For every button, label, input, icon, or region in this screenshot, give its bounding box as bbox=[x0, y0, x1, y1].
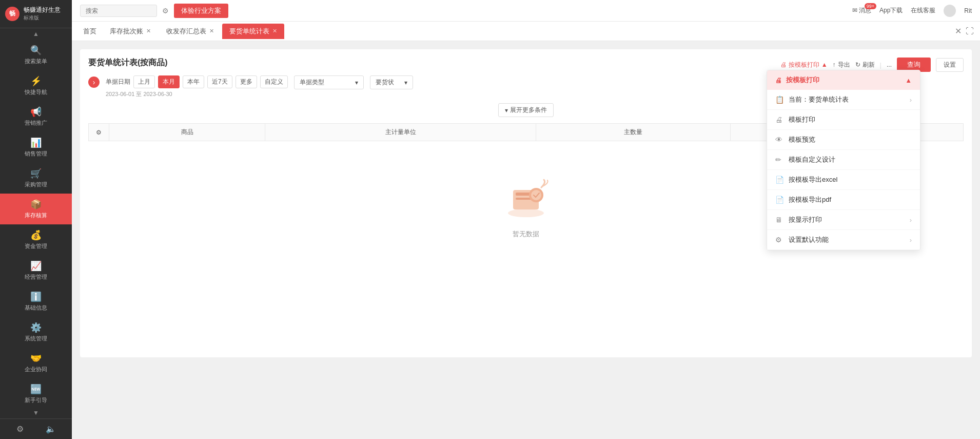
collab-icon: 🤝 bbox=[30, 353, 42, 364]
messages-button[interactable]: ✉ 消息 99+ bbox=[852, 6, 871, 15]
refresh-icon: ↻ bbox=[855, 61, 860, 68]
topbar-right: ✉ 消息 99+ App下载 在线客服 Rit bbox=[852, 5, 972, 17]
tab-batch-close[interactable]: ✕ bbox=[146, 28, 151, 34]
settings-bottom-icon[interactable]: ⚙ bbox=[16, 424, 24, 434]
speaker-icon[interactable]: 🔈 bbox=[46, 424, 56, 434]
print-chevron: ▲ bbox=[821, 61, 828, 68]
dropdown-title: 按模板打印 bbox=[786, 75, 819, 85]
dropdown-header: 🖨 按模板打印 ▲ bbox=[767, 70, 920, 90]
topbar-gear-icon[interactable]: ⚙ bbox=[162, 7, 169, 15]
trial-button[interactable]: 体验行业方案 bbox=[174, 4, 228, 18]
th-settings[interactable]: ⚙ bbox=[89, 124, 109, 141]
date-filter-row: 单据日期 上月 本月 本年 近7天 更多 自定义 bbox=[106, 75, 288, 88]
export-button[interactable]: ↑ 导出 bbox=[833, 61, 850, 69]
th-product: 商品 bbox=[109, 124, 265, 141]
dropdown-display-print-icon: 🖥 bbox=[775, 216, 783, 224]
dropdown-template-preview[interactable]: 👁 模板预览 bbox=[767, 130, 920, 150]
refresh-button[interactable]: ↻ 刷新 bbox=[855, 61, 875, 69]
sidebar-item-basic[interactable]: ℹ️ 基础信息 bbox=[0, 286, 72, 317]
more-label: ... bbox=[887, 61, 892, 68]
dropdown-template-design[interactable]: ✏ 模板自定义设计 bbox=[767, 150, 920, 170]
sidebar-item-shortcut[interactable]: ⚡ 快捷导航 bbox=[0, 70, 72, 101]
tabs-bar: 首页 库存批次账 ✕ 收发存汇总表 ✕ 要货单统计表 ✕ ✕ ⛶ bbox=[72, 22, 980, 41]
online-service-button[interactable]: 在线客服 bbox=[911, 6, 935, 15]
marketing-icon: 📢 bbox=[30, 106, 42, 118]
message-icon: ✉ bbox=[852, 7, 857, 14]
guide-icon: 🆕 bbox=[30, 384, 42, 395]
date-year-btn[interactable]: 本年 bbox=[183, 75, 204, 88]
empty-text: 暂无数据 bbox=[513, 230, 539, 239]
sidebar-item-search[interactable]: 🔍 搜索菜单 bbox=[0, 40, 72, 70]
sidebar: 畅 畅赚通好生意 标准版 ▲ 🔍 搜索菜单 ⚡ 快捷导航 📢 营销推广 📊 销售… bbox=[0, 0, 72, 439]
tab-order-stat-close[interactable]: ✕ bbox=[272, 28, 277, 34]
date-range-display: 2023-06-01 至 2023-06-30 bbox=[106, 90, 288, 98]
sidebar-item-purchase[interactable]: 🛒 采购管理 bbox=[0, 163, 72, 194]
settings-button[interactable]: 设置 bbox=[936, 58, 964, 72]
dropdown-display-print[interactable]: 🖥 按显示打印 › bbox=[767, 210, 920, 230]
export-icon: ↑ bbox=[833, 61, 836, 68]
date-cur-btn[interactable]: 本月 bbox=[158, 75, 180, 88]
purchase-icon: 🛒 bbox=[30, 168, 42, 179]
search-input[interactable] bbox=[80, 5, 157, 17]
sidebar-label-finance: 资金管理 bbox=[25, 242, 47, 250]
date-prev-btn[interactable]: 上月 bbox=[133, 75, 155, 88]
print-template-button[interactable]: 🖨 按模板打印 ▲ bbox=[780, 61, 828, 69]
sidebar-scroll-up[interactable]: ▲ bbox=[0, 28, 72, 40]
dropdown-chevron-up[interactable]: ▲ bbox=[905, 77, 912, 84]
tab-home[interactable]: 首页 bbox=[78, 24, 102, 39]
user-name: Rit bbox=[964, 7, 972, 14]
sidebar-item-operation[interactable]: 📈 经营管理 bbox=[0, 255, 72, 286]
filter-expand-button[interactable]: › bbox=[88, 77, 100, 88]
sidebar-item-marketing[interactable]: 📢 营销推广 bbox=[0, 101, 72, 132]
app-download-button[interactable]: App下载 bbox=[879, 6, 903, 15]
tab-collection-close[interactable]: ✕ bbox=[209, 28, 214, 34]
more-button[interactable]: ... bbox=[887, 61, 892, 68]
sidebar-label-shortcut: 快捷导航 bbox=[25, 88, 47, 96]
date-week7-btn[interactable]: 近7天 bbox=[207, 75, 232, 88]
export-label: 导出 bbox=[838, 61, 850, 69]
sidebar-item-system[interactable]: ⚙️ 系统管理 bbox=[0, 317, 72, 348]
expand-more-button[interactable]: ▾ 展开更多条件 bbox=[498, 103, 554, 117]
dropdown-template-design-icon: ✏ bbox=[775, 156, 783, 164]
dropdown-doc-icon: 📋 bbox=[775, 96, 783, 104]
sidebar-item-finance[interactable]: 💰 资金管理 bbox=[0, 224, 72, 255]
svg-point-5 bbox=[531, 190, 541, 200]
type-select[interactable]: 单据类型 ▾ bbox=[294, 75, 364, 89]
tab-close-all-icon[interactable]: ✕ bbox=[955, 26, 962, 36]
th-qty: 主数量 bbox=[536, 124, 731, 141]
dropdown-current-template[interactable]: 📋 当前：要货单统计表 › bbox=[767, 90, 920, 110]
tab-order-stat[interactable]: 要货单统计表 ✕ bbox=[222, 24, 284, 39]
sidebar-item-collab[interactable]: 🤝 企业协同 bbox=[0, 348, 72, 378]
status-select[interactable]: 要货状 ▾ bbox=[370, 75, 413, 89]
date-custom-btn[interactable]: 自定义 bbox=[260, 75, 288, 88]
date-more-btn[interactable]: 更多 bbox=[236, 75, 257, 88]
dropdown-template-pdf-icon: 📄 bbox=[775, 196, 783, 204]
sidebar-scroll-down[interactable]: ▼ bbox=[0, 407, 72, 418]
system-icon: ⚙️ bbox=[30, 322, 42, 333]
dropdown-template-print[interactable]: 🖨 模板打印 bbox=[767, 110, 920, 130]
logo-tag: 标准版 bbox=[24, 14, 61, 22]
sidebar-item-guide[interactable]: 🆕 新手引导 bbox=[0, 378, 72, 407]
logo-icon: 畅 bbox=[5, 7, 19, 21]
tab-collection-label: 收发存汇总表 bbox=[166, 27, 206, 36]
scroll-up-icon[interactable]: ▲ bbox=[33, 30, 39, 37]
tab-maximize-icon[interactable]: ⛶ bbox=[966, 27, 974, 36]
dropdown-current-label: 当前：要货单统计表 bbox=[789, 95, 905, 104]
sidebar-label-operation: 经营管理 bbox=[25, 273, 47, 281]
tab-batch[interactable]: 库存批次账 ✕ bbox=[103, 24, 158, 39]
dropdown-template-design-label: 模板自定义设计 bbox=[789, 155, 912, 164]
date-filter-group: 单据日期 上月 本月 本年 近7天 更多 自定义 2023-06-01 至 20… bbox=[106, 75, 288, 98]
sidebar-label-system: 系统管理 bbox=[25, 335, 47, 342]
sidebar-item-sales[interactable]: 📊 销售管理 bbox=[0, 132, 72, 163]
dropdown-template-excel[interactable]: 📄 按模板导出excel bbox=[767, 170, 920, 190]
scroll-down-icon[interactable]: ▼ bbox=[33, 409, 39, 416]
tab-collection[interactable]: 收发存汇总表 ✕ bbox=[159, 24, 221, 39]
dropdown-template-pdf[interactable]: 📄 按模板导出pdf bbox=[767, 190, 920, 210]
shortcut-icon: ⚡ bbox=[30, 75, 42, 87]
dropdown-default-func[interactable]: ⚙ 设置默认功能 › bbox=[767, 230, 920, 250]
sidebar-item-inventory[interactable]: 📦 库存核算 bbox=[0, 194, 72, 224]
avatar bbox=[944, 5, 956, 17]
sidebar-label-marketing: 营销推广 bbox=[25, 119, 47, 127]
dropdown-display-print-arrow: › bbox=[910, 216, 912, 224]
finance-icon: 💰 bbox=[30, 230, 42, 241]
